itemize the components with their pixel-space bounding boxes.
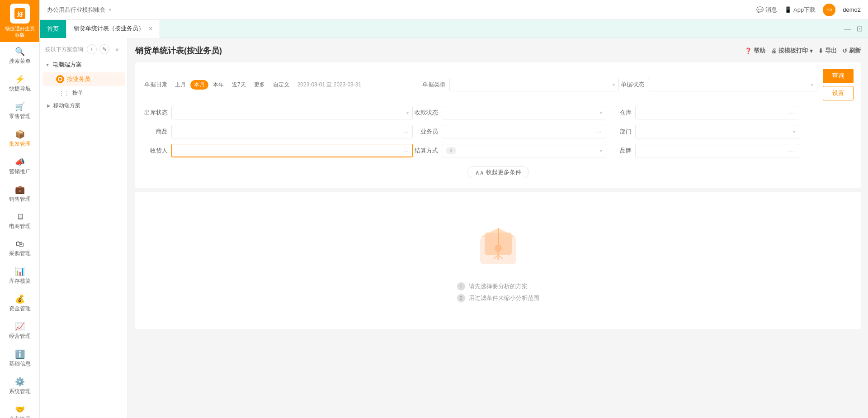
svg-text:好: 好 — [16, 11, 23, 18]
payment-status-select[interactable]: ▾ — [442, 106, 606, 119]
sidebar-item-search-menu[interactable]: 🔍 搜索菜单 — [0, 42, 39, 70]
warehouse-select[interactable]: ··· — [635, 106, 799, 119]
scheme-group-arrow: ▼ — [45, 62, 50, 67]
sidebar-item-label-basic: 基础信息 — [9, 361, 31, 367]
doc-type-select[interactable]: ▾ — [449, 78, 619, 91]
message-btn[interactable]: 💬 消息 — [756, 6, 777, 14]
tab-sales-stat-label: 销货单统计表（按业务员） — [74, 24, 144, 33]
left-panel-title: 按以下方案查询 — [45, 46, 83, 53]
sidebar-item-sales[interactable]: 💼 销售管理 — [0, 180, 39, 208]
scheme-group-mobile-header[interactable]: ▶ 移动端方案 — [47, 102, 122, 109]
marketing-icon: 📣 — [2, 157, 38, 167]
tab-sales-stat[interactable]: 销货单统计表（按业务员） × — [66, 20, 160, 38]
dept-select[interactable]: ▾ — [635, 125, 799, 138]
logo-area[interactable]: 好 畅捷通好生意 标版 — [0, 0, 39, 42]
tab-home[interactable]: 首页 — [40, 20, 66, 38]
settings-button[interactable]: 设置 — [823, 86, 854, 100]
sidebar-item-retail[interactable]: 🛒 零售管理 — [0, 97, 39, 125]
sidebar-item-ecommerce[interactable]: 🖥 电商管理 — [0, 208, 39, 235]
avatar[interactable]: Ea — [823, 4, 835, 16]
sidebar-item-enterprise[interactable]: 🤝 企业协同 — [0, 400, 39, 418]
print-btn[interactable]: 🖨 按模板打印 ▾ — [771, 47, 813, 55]
empty-state: 1 请先选择要分析的方案 2 用过滤条件来缩小分析范围 — [457, 192, 539, 329]
doc-status-arrow: ▾ — [811, 82, 813, 87]
breadcrumb-dropdown-icon: ▾ — [108, 6, 112, 13]
settlement-clear-tag[interactable]: × — [446, 147, 456, 154]
topbar-right: 💬 消息 📱 App下载 Ea demo2 — [756, 4, 861, 16]
consignee-input[interactable]: ··· — [171, 144, 413, 157]
dept-label: 部门 — [606, 128, 632, 136]
tab-home-label: 首页 — [47, 25, 59, 33]
settlement-clear-icon[interactable]: × — [449, 147, 453, 154]
app-download-label: App下载 — [793, 6, 816, 14]
form-row-2: 出库状态 ▾ 收款状态 ▾ 仓库 — [142, 106, 854, 119]
svg-point-3 — [59, 78, 61, 81]
app-download-btn[interactable]: 📱 App下载 — [784, 6, 816, 14]
date-tab-this-month[interactable]: 本月 — [190, 80, 208, 90]
query-button[interactable]: 查询 — [823, 69, 854, 83]
username[interactable]: demo2 — [843, 6, 861, 13]
out-status-select[interactable]: ▾ — [171, 106, 413, 119]
collapse-icon: ∧∧ — [475, 169, 484, 176]
sidebar-item-purchase[interactable]: 🛍 采购管理 — [0, 235, 39, 262]
sidebar-item-basic[interactable]: ℹ️ 基础信息 — [0, 345, 39, 372]
scheme-group-mobile: ▶ 移动端方案 — [40, 99, 127, 112]
collapse-panel-btn[interactable]: « — [112, 44, 122, 54]
sidebar-item-finance[interactable]: 💰 资金管理 — [0, 290, 39, 317]
refresh-label: 刷新 — [849, 47, 861, 55]
wholesale-icon: 📦 — [2, 129, 38, 139]
empty-hint-2: 2 用过滤条件来缩小分析范围 — [457, 294, 539, 302]
brand-select[interactable]: ··· — [635, 144, 799, 157]
dept-arrow: ▾ — [793, 129, 795, 134]
out-status-arrow: ▾ — [406, 110, 409, 115]
scheme-sub-item-by-order[interactable]: ⋮⋮ 按单 — [40, 87, 127, 99]
date-tab-last-month[interactable]: 上月 — [171, 80, 189, 90]
print-label: 按模板打印 — [778, 47, 808, 55]
hint-text-2: 用过滤条件来缩小分析范围 — [469, 294, 539, 302]
scheme-sub-item-by-order-label: 按单 — [72, 89, 83, 97]
sidebar-item-label-finance: 资金管理 — [9, 305, 31, 312]
sidebar-item-sys[interactable]: ⚙️ 系统管理 — [0, 372, 39, 400]
settlement-select[interactable]: × ▾ — [442, 144, 606, 157]
date-tab-7days[interactable]: 近7天 — [228, 80, 250, 90]
scheme-item-by-staff[interactable]: 按业务员 — [42, 72, 125, 86]
goods-label: 商品 — [142, 128, 168, 136]
tab-window-btn[interactable]: ⊡ — [855, 23, 864, 35]
export-icon: ⬇ — [818, 48, 823, 54]
goods-select[interactable]: ··· — [171, 125, 413, 138]
sidebar-item-ops[interactable]: 📈 经营管理 — [0, 317, 39, 345]
scheme-group-desktop-label: 电脑端方案 — [52, 61, 82, 69]
tab-minimize-btn[interactable]: — — [842, 23, 853, 35]
sidebar-item-quick-nav[interactable]: ⚡ 快捷导航 — [0, 70, 39, 97]
scheme-group-desktop-header[interactable]: ▼ 电脑端方案 — [40, 58, 127, 71]
tab-close-btn[interactable]: × — [149, 25, 152, 32]
goods-more-icon: ··· — [402, 128, 409, 135]
add-scheme-btn[interactable]: + — [87, 44, 97, 54]
print-icon: 🖨 — [771, 48, 777, 54]
export-btn[interactable]: ⬇ 导出 — [818, 47, 837, 55]
date-tab-custom[interactable]: 自定义 — [269, 80, 293, 90]
collapse-more-btn[interactable]: ∧∧ 收起更多条件 — [467, 166, 529, 178]
consignee-more-icon: ··· — [402, 147, 409, 154]
sidebar-item-label-sys: 系统管理 — [9, 388, 31, 394]
edit-scheme-btn[interactable]: ✎ — [99, 44, 109, 54]
enterprise-icon: 🤝 — [2, 404, 38, 414]
sidebar-item-label-ops: 经营管理 — [9, 333, 31, 339]
sidebar-item-label-inventory: 库存核算 — [9, 278, 31, 284]
sidebar-item-marketing[interactable]: 📣 营销推广 — [0, 152, 39, 180]
sidebar-item-label-enterprise: 企业协同 — [9, 416, 31, 418]
refresh-btn[interactable]: ↺ 刷新 — [842, 47, 861, 55]
edit-icon: ✎ — [102, 46, 107, 52]
date-tab-more[interactable]: 更多 — [250, 80, 269, 90]
warehouse-label: 仓库 — [606, 109, 632, 117]
date-tab-this-year[interactable]: 本年 — [209, 80, 227, 90]
sidebar-item-wholesale[interactable]: 📦 批发管理 — [0, 125, 39, 152]
doc-status-select[interactable]: ▾ — [648, 78, 817, 91]
staff-select[interactable]: ··· — [442, 125, 606, 138]
sidebar-item-inventory[interactable]: 📊 库存核算 — [0, 262, 39, 290]
retail-icon: 🛒 — [2, 102, 38, 112]
scheme-group-desktop: ▼ 电脑端方案 按业务员 ⋮⋮ 按单 — [40, 58, 127, 99]
breadcrumb-text[interactable]: 办公用品行业模拟账套 — [47, 6, 106, 14]
settlement-label: 结算方式 — [413, 147, 438, 155]
help-btn[interactable]: ❓ 帮助 — [745, 47, 765, 55]
